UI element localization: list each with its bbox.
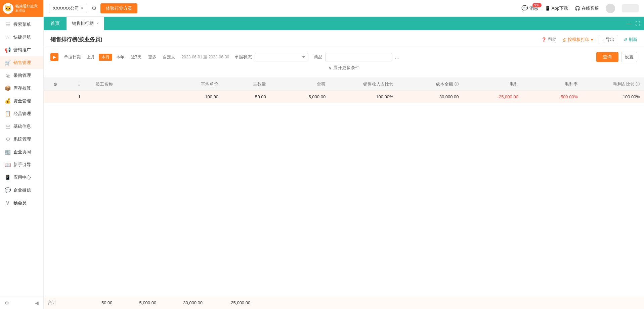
sidebar-item-quick-nav[interactable]: ⌂ 快捷导航 bbox=[0, 31, 43, 44]
date-tab-this-year[interactable]: 本年 bbox=[114, 54, 127, 61]
chevron-down-icon: ▾ bbox=[81, 6, 83, 11]
refresh-button[interactable]: ↺ 刷新 bbox=[624, 37, 637, 43]
sidebar-item-membership[interactable]: V 畅会员 bbox=[0, 197, 43, 209]
settings-button[interactable]: 设置 bbox=[621, 52, 637, 62]
query-button[interactable]: 查询 bbox=[596, 52, 618, 62]
sidebar-item-label: 应用中心 bbox=[13, 174, 31, 181]
sidebar-item-wechat[interactable]: 💬 企业微信 bbox=[0, 184, 43, 197]
row-profit-pct: 100.00% bbox=[582, 91, 644, 103]
sidebar-settings-icon[interactable]: ⚙ bbox=[5, 300, 9, 306]
headset-icon: 🎧 bbox=[575, 6, 580, 11]
date-tab-last-month[interactable]: 上月 bbox=[84, 54, 97, 61]
avatar[interactable] bbox=[606, 4, 615, 13]
online-service-button[interactable]: 🎧 在线客服 bbox=[575, 5, 599, 11]
membership-icon: V bbox=[5, 200, 11, 206]
more-options-link[interactable]: ... bbox=[395, 55, 399, 60]
sidebar-item-guide[interactable]: 📖 新手引导 bbox=[0, 158, 43, 171]
sidebar-item-label: 畅会员 bbox=[13, 200, 27, 206]
sidebar-item-system[interactable]: ⚙ 系统管理 bbox=[0, 133, 43, 146]
sidebar-item-label: 采购管理 bbox=[13, 72, 31, 79]
main: XXXXXX公司 ▾ ⚙ 体验行业方案 💬 消息 99+ 📱 App下载 🎧 在… bbox=[44, 0, 644, 309]
table-container: ⚙ # 员工名称 平均单价 主数量 全额 销售收入占比% 成本全额 ⓘ 毛利 毛… bbox=[44, 78, 644, 296]
sidebar-item-label: 营销推广 bbox=[13, 47, 31, 53]
tab-close-icon[interactable]: × bbox=[96, 21, 99, 26]
logo-sub: 标准版 bbox=[15, 8, 38, 13]
sidebar-item-label: 系统管理 bbox=[13, 136, 31, 142]
search-menu-icon: ☰ bbox=[5, 21, 11, 28]
system-icon: ⚙ bbox=[5, 136, 11, 142]
help-button[interactable]: ❓ 帮助 bbox=[541, 37, 557, 43]
date-tab-this-month[interactable]: 本月 bbox=[99, 54, 112, 61]
user-name bbox=[622, 4, 639, 12]
sidebar-item-label: 基础信息 bbox=[13, 123, 31, 130]
company-name: XXXXXX公司 bbox=[53, 5, 79, 11]
topbar-settings-icon[interactable]: ⚙ bbox=[92, 5, 96, 11]
date-range-text: 2023-06-01 至 2023-06-30 bbox=[182, 54, 229, 60]
topbar: XXXXXX公司 ▾ ⚙ 体验行业方案 💬 消息 99+ 📱 App下载 🎧 在… bbox=[44, 0, 644, 17]
sidebar-item-finance[interactable]: 💰 资金管理 bbox=[0, 95, 43, 107]
status-filter-group: 单据状态 bbox=[234, 53, 308, 61]
sidebar-item-enterprise[interactable]: 🏢 企业协同 bbox=[0, 146, 43, 158]
sidebar-item-label: 企业协同 bbox=[13, 149, 31, 155]
sidebar-item-basic-info[interactable]: 🗃 基础信息 bbox=[0, 120, 43, 133]
sidebar-item-label: 库存核算 bbox=[13, 85, 31, 91]
message-button[interactable]: 💬 消息 99+ bbox=[521, 5, 538, 11]
service-label: 在线客服 bbox=[582, 5, 599, 11]
print-label: 按模板打印 bbox=[568, 37, 590, 43]
footer-label: 合计 bbox=[48, 300, 75, 306]
date-tab-7days[interactable]: 近7天 bbox=[128, 54, 144, 61]
date-tab-more[interactable]: 更多 bbox=[145, 54, 159, 61]
company-select[interactable]: XXXXXX公司 ▾ bbox=[49, 4, 87, 13]
sidebar-item-purchase[interactable]: 🛍 采购管理 bbox=[0, 69, 43, 82]
sidebar-item-sales[interactable]: 🛒 销售管理 bbox=[0, 56, 43, 69]
print-button[interactable]: 🖨 按模板打印 ▾ bbox=[562, 37, 593, 43]
tab-sales-ranking[interactable]: 销售排行榜 × bbox=[67, 17, 104, 30]
sidebar-collapse-icon[interactable]: ◀ bbox=[35, 300, 39, 306]
minimize-icon[interactable]: — bbox=[627, 21, 631, 26]
phone-icon: 📱 bbox=[545, 6, 550, 11]
table-header-row: ⚙ # 员工名称 平均单价 主数量 全额 销售收入占比% 成本全额 ⓘ 毛利 毛… bbox=[44, 78, 644, 91]
operations-icon: 📋 bbox=[5, 111, 11, 117]
message-icon: 💬 bbox=[521, 5, 528, 11]
sidebar-item-search-menu[interactable]: ☰ 搜索菜单 bbox=[0, 18, 43, 31]
row-num: 1 bbox=[68, 91, 91, 103]
status-filter-label: 单据状态 bbox=[234, 54, 252, 60]
sidebar-item-operations[interactable]: 📋 经营管理 bbox=[0, 107, 43, 120]
sidebar-item-label: 新手引导 bbox=[13, 162, 31, 168]
col-header-cost: 成本全额 ⓘ bbox=[397, 78, 463, 91]
expand-more-button[interactable]: ∨ 展开更多条件 bbox=[50, 62, 637, 73]
goods-filter-group: 商品 ... bbox=[314, 53, 399, 61]
message-badge: 99+ bbox=[532, 3, 542, 7]
goods-input[interactable] bbox=[325, 53, 392, 61]
page-title: 销售排行榜(按业务员) bbox=[50, 36, 102, 43]
tab-home[interactable]: 首页 bbox=[44, 17, 67, 30]
status-select[interactable] bbox=[255, 53, 308, 61]
sidebar-item-label: 经营管理 bbox=[13, 111, 31, 117]
maximize-icon[interactable]: ⛶ bbox=[635, 21, 640, 26]
export-button[interactable]: ↓ 导出 bbox=[599, 35, 618, 44]
row-avg-price: 100.00 bbox=[163, 91, 222, 103]
row-settings bbox=[44, 91, 68, 103]
wechat-icon: 💬 bbox=[5, 187, 11, 193]
app-download-button[interactable]: 📱 App下载 bbox=[545, 5, 568, 11]
sales-icon: 🛒 bbox=[5, 60, 11, 66]
refresh-icon: ↺ bbox=[624, 37, 627, 42]
app-center-icon: 📱 bbox=[5, 174, 11, 181]
sidebar-item-app-center[interactable]: 📱 应用中心 bbox=[0, 171, 43, 184]
inventory-icon: 📦 bbox=[5, 85, 11, 91]
sidebar-item-label: 资金管理 bbox=[13, 98, 31, 104]
sidebar-logo: 🐱 畅康通好生意 标准版 bbox=[0, 0, 43, 17]
column-settings-icon: ⚙ bbox=[53, 82, 57, 87]
sidebar-item-inventory[interactable]: 📦 库存核算 bbox=[0, 82, 43, 95]
page-header: 销售排行榜(按业务员) ❓ 帮助 🖨 按模板打印 ▾ ↓ 导出 bbox=[44, 30, 644, 48]
filter-toggle-button[interactable]: ▶ bbox=[50, 53, 58, 61]
col-header-name: 员工名称 bbox=[91, 78, 163, 91]
filter-row: ▶ 单据日期 上月 本月 本年 近7天 更多 自定义 2023-06-01 至 … bbox=[50, 52, 637, 62]
col-header-settings[interactable]: ⚙ bbox=[44, 78, 68, 91]
page-container: 销售排行榜(按业务员) ❓ 帮助 🖨 按模板打印 ▾ ↓ 导出 bbox=[44, 30, 644, 309]
guide-icon: 📖 bbox=[5, 162, 11, 168]
app-label: App下载 bbox=[552, 5, 568, 11]
date-tab-custom[interactable]: 自定义 bbox=[160, 54, 178, 61]
sidebar-item-marketing[interactable]: 📢 营销推广 bbox=[0, 44, 43, 56]
trial-button[interactable]: 体验行业方案 bbox=[100, 3, 137, 13]
